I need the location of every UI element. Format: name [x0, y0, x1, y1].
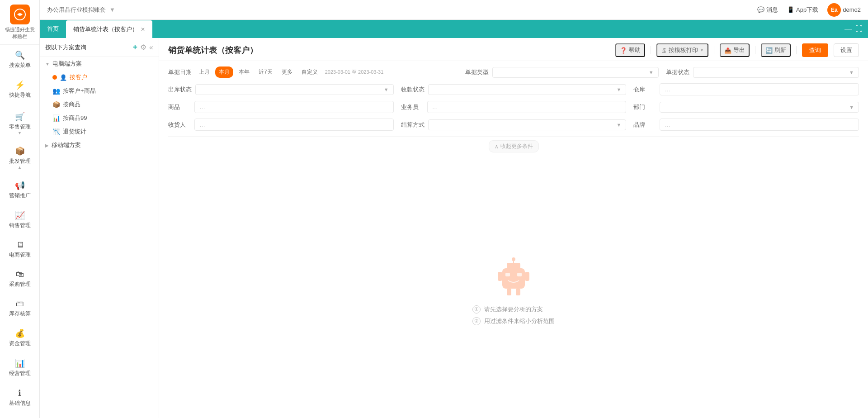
sidebar-item-label-ecommerce: 电商管理	[9, 251, 31, 259]
print-btn[interactable]: 🖨 按模板打印 ▼	[656, 43, 708, 57]
scheme-returns[interactable]: 📉 退货统计	[45, 125, 159, 138]
sidebar-item-label-quicknav: 快捷导航	[9, 91, 31, 99]
filter-dept: 部门 ▼	[633, 102, 859, 113]
filter-warehouse: 仓库 …	[633, 83, 859, 95]
export-btn[interactable]: 📤 导出	[720, 43, 750, 57]
sidebar-item-ecommerce[interactable]: 🖥 电商管理	[0, 235, 39, 264]
scheme-customer-icon: 👤	[60, 74, 67, 81]
tab-sales-stat[interactable]: 销货单统计表（按客户） ✕	[66, 20, 152, 38]
help-btn[interactable]: ❓ 帮助	[615, 43, 645, 57]
user-profile[interactable]: Ea demo2	[827, 3, 861, 17]
collapse-label: 收起更多条件	[500, 142, 533, 150]
receiver-input[interactable]: …	[194, 119, 394, 131]
receiver-dots: …	[199, 121, 205, 128]
dept-select[interactable]: ▼	[660, 102, 859, 113]
filter-outstatus: 出库状态 ▼	[168, 84, 394, 95]
scheme-by-customer[interactable]: 👤 按客户	[45, 71, 159, 84]
brand-input[interactable]: …	[660, 119, 859, 131]
search-icon: 🔍	[15, 50, 25, 60]
date-btn-7days[interactable]: 近7天	[255, 66, 276, 78]
sidebar-item-system[interactable]: ⚙ 系统管理	[0, 413, 39, 418]
svg-rect-8	[525, 272, 529, 281]
page-header-actions: ❓ 帮助 🖨 按模板打印 ▼ 📤 导出	[615, 43, 859, 57]
collapse-icon: ∧	[495, 143, 499, 150]
collectstatus-select[interactable]: ▼	[428, 84, 627, 95]
scheme-by-customer-goods[interactable]: 👥 按客户+商品	[45, 84, 159, 98]
warehouse-dots: …	[665, 86, 670, 93]
date-btn-custom[interactable]: 自定义	[298, 66, 321, 78]
settings-btn[interactable]: 设置	[834, 43, 859, 57]
inventory-icon: 🗃	[16, 299, 24, 309]
goods-input[interactable]: …	[194, 101, 394, 113]
tab-home-label: 首页	[47, 25, 59, 33]
empty-step-2-text: 用过滤条件来缩小分析范围	[484, 317, 555, 325]
filter-row-4: 收货人 … 结算方式 ▼ 品牌	[168, 119, 859, 131]
dept-chevron-icon: ▼	[849, 104, 854, 110]
scheme-returns-label: 退货统计	[63, 128, 86, 136]
sidebar-item-quicknav[interactable]: ⚡ 快捷导航	[0, 75, 39, 104]
purchase-icon: 🛍	[16, 270, 24, 279]
query-btn[interactable]: 查询	[802, 43, 828, 57]
svg-rect-6	[517, 273, 522, 276]
app-download-btn[interactable]: 📱 App下载	[787, 6, 818, 14]
sidebar-item-purchase[interactable]: 🛍 采购管理	[0, 264, 39, 294]
header-divider-1	[651, 46, 651, 54]
doctype-select[interactable]: ▼	[492, 67, 658, 78]
filter-brand: 品牌 …	[633, 119, 859, 131]
outstatus-select[interactable]: ▼	[195, 84, 394, 95]
tab-close-icon[interactable]: ✕	[141, 26, 145, 33]
mobile-scheme-group[interactable]: ▶ 移动端方案	[40, 138, 159, 152]
desktop-scheme-group[interactable]: ▼ 电脑端方案	[40, 57, 159, 71]
left-panel: 按以下方案查询 + ⚙ « ▼ 电脑端方案 👤 按客户 👥	[40, 38, 159, 418]
salesperson-input[interactable]: …	[427, 101, 627, 113]
receiver-label: 收货人	[168, 121, 191, 129]
step-num-1: ①	[472, 305, 481, 314]
empty-step-1: ① 请先选择要分析的方案	[472, 305, 555, 314]
scheme-by-goods[interactable]: 📦 按商品	[45, 98, 159, 111]
sidebar-item-search[interactable]: 🔍 搜索菜单	[0, 45, 39, 75]
collapse-panel-btn[interactable]: «	[149, 43, 153, 52]
tab-maximize-btn[interactable]: ⛶	[855, 25, 863, 33]
print-label: 按模板打印	[669, 46, 698, 54]
filter-row-3: 商品 … 业务员 … 部门	[168, 101, 859, 113]
edit-scheme-btn[interactable]: ⚙	[140, 43, 146, 52]
sidebar-item-management[interactable]: 📊 经营管理	[0, 353, 39, 383]
sidebar-item-sales[interactable]: 📈 销售管理	[0, 205, 39, 235]
brand-dots: …	[665, 121, 670, 128]
filter-row-2: 出库状态 ▼ 收款状态 ▼ 仓库	[168, 83, 859, 95]
collapse-more-btn[interactable]: ∧ 收起更多条件	[489, 140, 539, 152]
scheme-by-goods99[interactable]: 📊 按商品99	[45, 111, 159, 125]
date-filter-buttons: 上月 本月 本年 近7天 更多 自定义	[195, 66, 321, 78]
sidebar-item-basic-info[interactable]: ℹ 基础信息	[0, 383, 39, 413]
sidebar-item-finance[interactable]: 💰 资金管理	[0, 323, 39, 353]
refresh-btn[interactable]: 🔄 刷新	[761, 43, 791, 57]
message-btn[interactable]: 💬 消息	[757, 6, 778, 14]
settle-select[interactable]: ▼	[428, 119, 627, 130]
sidebar-item-retail[interactable]: 🛒 零售管理 ▼	[0, 106, 39, 141]
date-btn-thisyear[interactable]: 本年	[235, 66, 253, 78]
date-btn-lastmonth[interactable]: 上月	[195, 66, 213, 78]
desktop-scheme-list: 👤 按客户 👥 按客户+商品 📦 按商品 📊 按商品99 📉 退货	[40, 71, 159, 138]
tab-minimize-btn[interactable]: —	[844, 25, 852, 33]
topbar: 办公用品行业模拟账套 ▼ 💬 消息 📱 App下载 Ea demo2	[40, 0, 868, 20]
sidebar-item-inventory[interactable]: 🗃 库存核算	[0, 294, 39, 323]
docstatus-select[interactable]: ▼	[693, 67, 859, 78]
warehouse-input[interactable]: …	[660, 83, 859, 95]
filter-doctype: 单据类型 ▼	[465, 67, 658, 78]
date-btn-more[interactable]: 更多	[278, 66, 296, 78]
svg-rect-5	[505, 273, 510, 276]
add-scheme-btn[interactable]: +	[133, 43, 138, 52]
scheme-goods99-icon: 📊	[52, 114, 60, 122]
app-logo[interactable]: 畅捷通好生意 标题栏	[0, 0, 39, 45]
empty-state: ① 请先选择要分析的方案 ② 用过滤条件来缩小分析范围	[159, 162, 868, 418]
filter-salesperson: 业务员 …	[401, 101, 627, 113]
sidebar-item-label-inventory: 库存核算	[9, 310, 31, 318]
tab-home[interactable]: 首页	[40, 20, 66, 38]
filter-collectstatus: 收款状态 ▼	[401, 84, 627, 95]
sidebar-item-marketing[interactable]: 📢 营销推广	[0, 175, 39, 205]
date-btn-thismonth[interactable]: 本月	[215, 66, 233, 78]
account-name: 办公用品行业模拟账套	[47, 6, 106, 14]
sidebar-item-wholesale[interactable]: 📦 批发管理 ▲	[0, 141, 39, 175]
scheme-custgoods-icon: 👥	[52, 87, 60, 95]
account-dropdown-icon[interactable]: ▼	[109, 6, 115, 13]
